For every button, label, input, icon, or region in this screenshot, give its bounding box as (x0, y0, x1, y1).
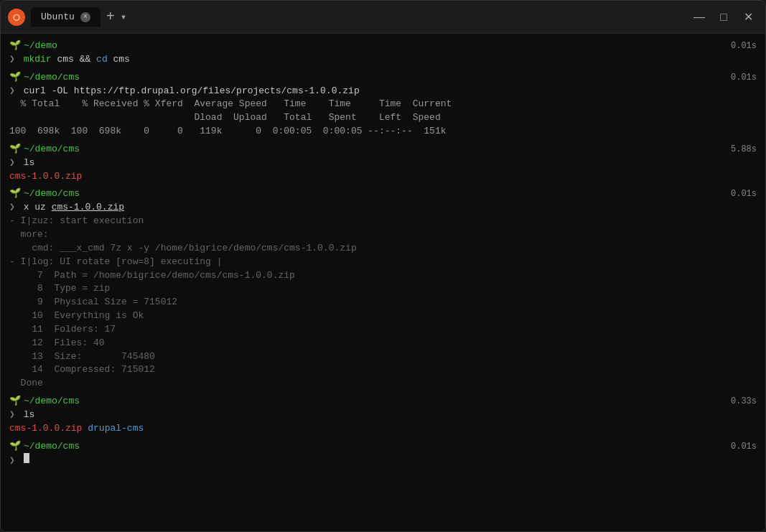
command-row-4: ❯ x uz cms-1.0.0.zip (9, 201, 757, 215)
terminal-body[interactable]: 🌱 ~/demo 0.01s ❯ mkdir cms && cd cms 🌱 ~… (1, 34, 765, 531)
cmd-cd: cd (96, 53, 108, 67)
prompt-chevron-6: ❯ (9, 454, 21, 468)
prompt-left-5: 🌱 ~/demo/cms (9, 395, 80, 409)
uz-output-10: 12 Files: 40 (9, 337, 757, 350)
prompt-row-5: 🌱 ~/demo/cms 0.33s (9, 395, 757, 409)
ls-output-2: cms-1.0.0.zip drupal-cms (9, 422, 757, 436)
curl-output-1: % Total % Received % Xferd Average Speed… (9, 98, 757, 111)
uz-output-7: 9 Physical Size = 715012 (9, 296, 757, 309)
titlebar-left: ◯ Ubuntu × (8, 7, 101, 27)
tab-label: Ubuntu (41, 11, 75, 22)
uz-output-done: Done (9, 377, 757, 391)
prompt-chevron-4: ❯ (9, 201, 21, 215)
uz-output-2: more: (9, 228, 757, 242)
prompt-dir-6: ~/demo/cms (24, 440, 80, 454)
uz-output-11: 13 Size: 745480 (9, 350, 757, 364)
uz-output-4: - I|log: UI rotate [row=8] executing | (9, 256, 757, 269)
command-row: ❯ mkdir cms && cd cms (9, 53, 757, 67)
prompt-left-3: 🌱 ~/demo/cms (9, 143, 80, 157)
command-row-2: ❯ curl -OL https://ftp.drupal.org/files/… (9, 85, 757, 98)
prompt-row-4: 🌱 ~/demo/cms 0.01s (9, 187, 757, 201)
prompt-left-4: 🌱 ~/demo/cms (9, 187, 80, 201)
titlebar: ◯ Ubuntu × + ▾ — □ ✕ (1, 1, 765, 34)
cmd-curl: curl -OL https://ftp.drupal.org/files/pr… (24, 85, 360, 98)
prompt-dir-2: ~/demo/cms (24, 71, 80, 85)
minimize-button[interactable]: — (689, 7, 709, 27)
terminal-window: ◯ Ubuntu × + ▾ — □ ✕ 🌱 ~/demo 0.01s ❯ mk… (0, 0, 766, 532)
command-row-6: ❯ (9, 453, 757, 468)
prompt-dir: ~/demo (24, 39, 57, 53)
command-time-3: 5.88s (731, 144, 757, 156)
cmd-mkdir: mkdir (24, 53, 52, 67)
uz-output-9: 11 Folders: 17 (9, 323, 757, 337)
prompt-chevron-5: ❯ (9, 409, 21, 422)
prompt-emoji-6: 🌱 (9, 440, 21, 454)
prompt-row-2: 🌱 ~/demo/cms 0.01s (9, 71, 757, 85)
curl-output-2: Dload Upload Total Spent Left Speed (9, 111, 757, 125)
file-drupal: drupal-cms (88, 423, 144, 434)
prompt-emoji-2: 🌱 (9, 71, 21, 85)
prompt-emoji-4: 🌱 (9, 187, 21, 201)
file-zip-1: cms-1.0.0.zip (9, 171, 82, 182)
command-time-2: 0.01s (731, 72, 757, 84)
prompt-dir-5: ~/demo/cms (24, 395, 80, 409)
maximize-button[interactable]: □ (714, 7, 734, 27)
uz-output-5: 7 Path = /home/bigrice/demo/cms/cms-1.0.… (9, 269, 757, 283)
prompt-emoji-3: 🌱 (9, 143, 21, 157)
uz-output-8: 10 Everything is Ok (9, 309, 757, 323)
curl-output-3: 100 698k 100 698k 0 0 119k 0 0:00:05 0:0… (9, 125, 757, 139)
window-controls: — □ ✕ (689, 7, 758, 27)
ls-output-1: cms-1.0.0.zip (9, 170, 757, 184)
cmd-text1: cms && (52, 53, 96, 67)
prompt-emoji: 🌱 (9, 39, 21, 53)
prompt-row-3: 🌱 ~/demo/cms 5.88s (9, 143, 757, 157)
command-row-5: ❯ ls (9, 409, 757, 422)
uz-output-1: - I|zuz: start execution (9, 215, 757, 228)
prompt-chevron-2: ❯ (9, 85, 21, 98)
command-time: 0.01s (731, 40, 757, 52)
uz-output-6: 8 Type = zip (9, 282, 757, 296)
prompt-chevron-3: ❯ (9, 157, 21, 170)
prompt-left-6: 🌱 ~/demo/cms (9, 440, 80, 454)
prompt-row-6: 🌱 ~/demo/cms 0.01s (9, 440, 757, 454)
tab-close-button[interactable]: × (80, 12, 90, 22)
prompt-row: 🌱 ~/demo 0.01s (9, 39, 757, 53)
new-tab-button[interactable]: + (106, 9, 115, 25)
command-row-3: ❯ ls (9, 157, 757, 170)
ubuntu-logo-icon: ◯ (8, 9, 25, 26)
cmd-text2: cms (108, 53, 130, 67)
prompt-dir-3: ~/demo/cms (24, 143, 80, 157)
cmd-uz-file: cms-1.0.0.zip (52, 201, 124, 215)
command-time-5: 0.33s (731, 396, 757, 408)
prompt-left-2: 🌱 ~/demo/cms (9, 71, 80, 85)
active-tab[interactable]: Ubuntu × (31, 7, 101, 27)
prompt-left: 🌱 ~/demo (9, 39, 57, 53)
file-zip-2: cms-1.0.0.zip (9, 423, 82, 434)
tab-dropdown-button[interactable]: ▾ (121, 11, 126, 23)
prompt-chevron: ❯ (9, 53, 21, 67)
terminal-cursor (24, 453, 29, 463)
command-time-4: 0.01s (731, 188, 757, 200)
cmd-x: x uz (24, 201, 52, 215)
prompt-dir-4: ~/demo/cms (24, 187, 80, 201)
command-time-6: 0.01s (731, 441, 757, 453)
uz-output-12: 14 Compressed: 715012 (9, 363, 757, 377)
cmd-ls-2: ls (24, 409, 35, 422)
cmd-ls-1: ls (24, 157, 35, 170)
uz-output-3: cmd: ___x_cmd 7z x -y /home/bigrice/demo… (9, 242, 757, 256)
prompt-emoji-5: 🌱 (9, 395, 21, 409)
close-button[interactable]: ✕ (738, 7, 758, 27)
